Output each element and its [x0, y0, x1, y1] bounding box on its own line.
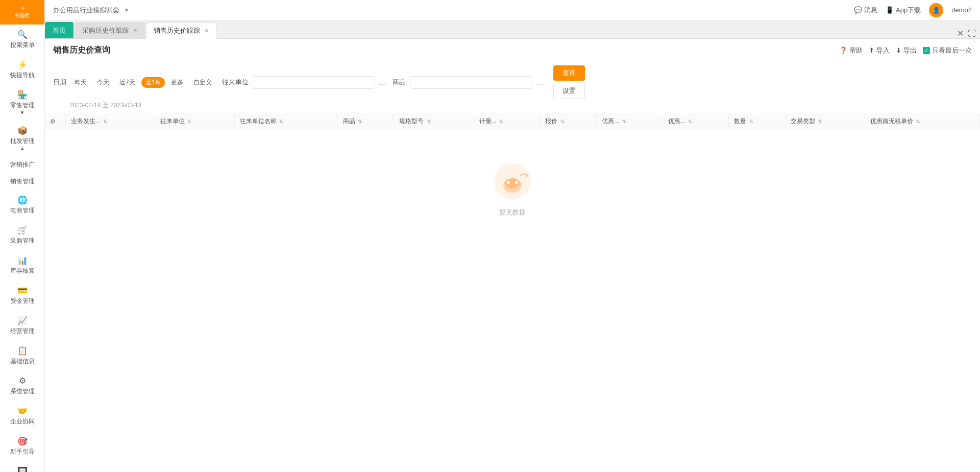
message-action[interactable]: 💬 消息: [854, 6, 877, 15]
export-btn[interactable]: ⬇ 导出: [896, 46, 917, 55]
table-container: ⚙ 业务发生... ⇅ 往来单位 ⇅ 往来单位名称 ⇅: [45, 113, 980, 472]
app-logo[interactable]: 畅 标题栏: [0, 0, 44, 25]
tab-purchase-close-icon[interactable]: ✕: [133, 27, 137, 34]
tab-home-label: 首页: [53, 26, 66, 35]
tab-sales-close-icon[interactable]: ✕: [204, 28, 209, 34]
sidebar-item-purchase[interactable]: 🛒 采购管理: [0, 220, 44, 250]
only-last-label: 只看最后一次: [932, 46, 972, 55]
date-btn-last7[interactable]: 近7天: [115, 77, 139, 88]
operations-icon: 📈: [17, 316, 28, 325]
base-info-icon: 📋: [17, 346, 28, 356]
topbar-dropdown-icon[interactable]: ▼: [124, 7, 130, 14]
sidebar-item-app-center[interactable]: 🔲 应用中心: [0, 461, 44, 472]
th-unit-label: 计量...: [479, 117, 497, 125]
query-button[interactable]: 查询: [553, 65, 585, 81]
tab-fullscreen-icon[interactable]: ⛶: [968, 29, 976, 38]
tab-purchase-label: 采购历史价跟踪: [82, 26, 129, 35]
date-range-row: 2023-02-18 至 2023-03-18: [53, 101, 972, 113]
date-btn-last1m[interactable]: 近1月: [141, 77, 165, 88]
th-price[interactable]: 报价 ⇅: [540, 113, 597, 130]
sidebar-section-wholesale: 📦 批发管理 ▲ 营销推广 销售管理: [0, 121, 44, 190]
th-trade-type[interactable]: 交易类型 ⇅: [786, 113, 865, 130]
tab-close-all-icon[interactable]: ✕: [957, 29, 964, 38]
goods-input[interactable]: [410, 76, 532, 89]
sort-arrows-partner-code: ⇅: [187, 119, 191, 124]
th-settings[interactable]: ⚙: [45, 113, 65, 130]
svg-point-7: [525, 174, 528, 177]
partner-dots[interactable]: ...: [379, 78, 386, 87]
help-btn[interactable]: ❓ 帮助: [839, 46, 863, 55]
partner-input[interactable]: [253, 76, 375, 89]
th-discount2[interactable]: 优惠... ⇅: [663, 113, 729, 130]
th-no-tax-price[interactable]: 优惠前无税单价 ⇅: [865, 113, 980, 130]
tab-sales-history[interactable]: 销售历史价跟踪 ✕: [146, 22, 216, 39]
import-btn[interactable]: ⬆ 导入: [869, 46, 890, 55]
sort-arrows-unit: ⇅: [499, 119, 503, 124]
sidebar-item-ecommerce[interactable]: 🌐 电商管理: [0, 190, 44, 220]
username[interactable]: demo2: [951, 6, 972, 14]
topbar-title: 办公用品行业模拟账套: [53, 6, 119, 15]
sidebar-sub-item-marketing[interactable]: 营销推广: [0, 156, 44, 173]
ecommerce-icon: 🌐: [17, 195, 28, 205]
wholesale-chevron-icon: ▲: [20, 146, 25, 151]
goods-dots[interactable]: ...: [536, 78, 543, 87]
th-partner-code[interactable]: 往来单位 ⇅: [155, 113, 234, 130]
sidebar-item-wholesale-mgmt[interactable]: 📦 批发管理 ▲: [0, 121, 44, 156]
import-icon: ⬆: [869, 46, 874, 54]
date-btn-custom[interactable]: 自定义: [189, 77, 216, 88]
app-download-icon: 📱: [886, 6, 894, 14]
sidebar-item-newbie[interactable]: 🎯 新手引导: [0, 431, 44, 461]
page-header-actions: ❓ 帮助 ⬆ 导入 ⬇ 导出 ✓ 只看最后一次: [839, 46, 972, 55]
settings-button[interactable]: 设置: [553, 83, 585, 99]
message-icon: 💬: [854, 6, 862, 14]
user-avatar[interactable]: 👤: [929, 3, 943, 17]
th-qty[interactable]: 数量 ⇅: [729, 113, 786, 130]
sidebar-sub-label: 营销推广: [10, 160, 35, 169]
date-btn-yesterday[interactable]: 昨天: [70, 77, 91, 88]
sidebar-sub-item-sales-mgmt[interactable]: 销售管理: [0, 173, 44, 190]
sidebar-item-inventory[interactable]: 📊 库存核算: [0, 250, 44, 280]
svg-point-6: [515, 181, 518, 184]
sidebar-item-label: 系统管理: [10, 387, 35, 396]
sort-arrows-no-tax-price: ⇅: [916, 119, 920, 124]
sidebar-item-enterprise[interactable]: 🤝 企业协同: [0, 401, 44, 431]
th-partner-name[interactable]: 往来单位名称 ⇅: [234, 113, 337, 130]
sort-arrows-spec: ⇅: [427, 119, 431, 124]
sidebar-item-quick-nav[interactable]: ⚡ 快捷导航: [0, 55, 44, 85]
data-table: ⚙ 业务发生... ⇅ 往来单位 ⇅ 往来单位名称 ⇅: [45, 113, 980, 130]
tab-purchase-history[interactable]: 采购历史价跟踪 ✕: [75, 22, 145, 38]
sidebar-item-retail-mgmt[interactable]: 🏪 零售管理 ▼: [0, 85, 44, 121]
th-biz-date[interactable]: 业务发生... ⇅: [65, 113, 155, 130]
sidebar-item-label: 快捷导航: [10, 71, 35, 80]
th-discount2-label: 优惠...: [668, 117, 685, 125]
sort-arrows-partner-name: ⇅: [279, 119, 283, 124]
date-btn-more[interactable]: 更多: [167, 77, 187, 88]
th-qty-label: 数量: [734, 117, 746, 125]
th-goods-label: 商品: [343, 117, 355, 125]
sidebar-item-label: 经营管理: [10, 327, 35, 336]
topbar-right: 💬 消息 📱 App下载 👤 demo2: [854, 3, 972, 17]
sidebar-item-label: 库存核算: [10, 267, 35, 275]
page-header: 销售历史价查询 ❓ 帮助 ⬆ 导入 ⬇ 导出 ✓ 只看最后一次: [45, 39, 980, 60]
main-area: 办公用品行业模拟账套 ▼ 💬 消息 📱 App下载 👤 demo2 首页 采购历…: [45, 0, 980, 472]
sidebar-item-system[interactable]: ⚙ 系统管理: [0, 371, 44, 401]
sidebar-item-label: 新手引导: [10, 447, 35, 456]
th-discount1[interactable]: 优惠... ⇅: [597, 113, 663, 130]
sidebar-item-label: 零售管理: [10, 101, 35, 110]
app-download-action[interactable]: 📱 App下载: [886, 6, 921, 15]
sidebar-item-finance[interactable]: 💳 资金管理: [0, 280, 44, 311]
sidebar-item-base-info[interactable]: 📋 基础信息: [0, 341, 44, 371]
only-last-checkbox[interactable]: ✓ 只看最后一次: [923, 46, 972, 55]
th-goods[interactable]: 商品 ⇅: [337, 113, 394, 130]
sidebar-item-operations[interactable]: 📈 经营管理: [0, 311, 44, 341]
tab-home[interactable]: 首页: [45, 22, 74, 38]
th-no-tax-price-label: 优惠前无税单价: [870, 117, 913, 125]
th-spec[interactable]: 规格型号 ⇅: [394, 113, 474, 130]
sort-arrows-discount1: ⇅: [622, 119, 626, 124]
th-unit[interactable]: 计量... ⇅: [474, 113, 540, 130]
date-filter-label: 日期: [53, 78, 66, 87]
export-icon: ⬇: [896, 46, 901, 54]
date-btn-today[interactable]: 今天: [93, 77, 113, 88]
sidebar-item-search-menu[interactable]: 🔍 搜索菜单: [0, 25, 44, 55]
finance-icon: 💳: [17, 286, 28, 295]
